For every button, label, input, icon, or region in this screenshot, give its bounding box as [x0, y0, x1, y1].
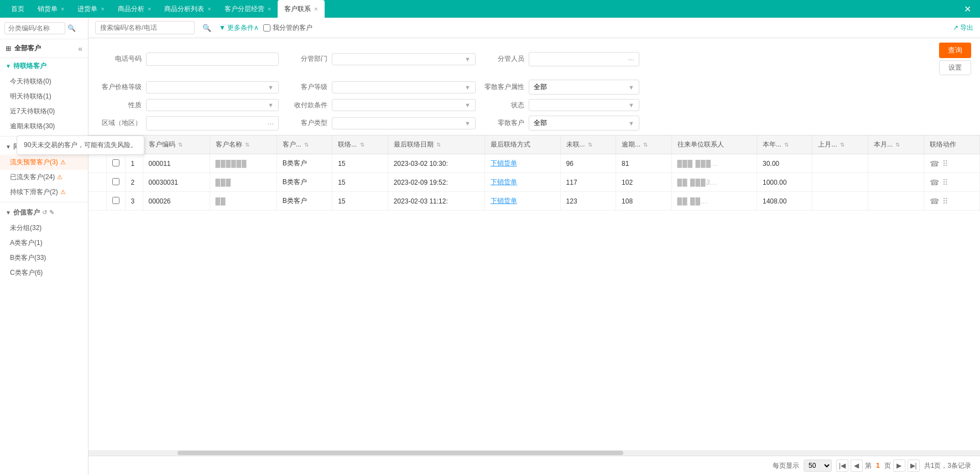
sidebar-item-ungrouped[interactable]: 未分组(32)	[0, 221, 88, 236]
sidebar-all-customers[interactable]: ⊞ 全部客户 «	[0, 39, 88, 58]
tab-sales-close[interactable]: ×	[61, 6, 64, 12]
col-this-year-sort[interactable]: ⇅	[784, 142, 789, 148]
tab-customer-contact-close[interactable]: ×	[314, 6, 317, 12]
nature-select[interactable]: ▼	[146, 99, 279, 111]
row-1-checkbox[interactable]	[112, 159, 119, 166]
sidebar-section-pending[interactable]: ▼ 待联络客户	[0, 58, 88, 74]
action-more-icon-2[interactable]: ⠿	[942, 178, 948, 187]
sidebar-search-input[interactable]	[4, 22, 65, 34]
edit-icon[interactable]: ✎	[49, 209, 54, 216]
toolbar-search-btn[interactable]: 🔍	[199, 23, 215, 33]
col-last-date-sort[interactable]: ⇅	[436, 142, 441, 148]
prev-page-btn[interactable]: ◀	[851, 460, 863, 472]
cell-last-method-2[interactable]: 下销货单	[484, 173, 560, 192]
col-this-year[interactable]: 本年... ⇅	[757, 135, 812, 154]
phone-input[interactable]	[146, 53, 279, 66]
tab-analysis-close[interactable]: ×	[148, 6, 151, 12]
last-method-link-2[interactable]: 下销货单	[491, 178, 517, 186]
col-unit-contact[interactable]: 往来单位联系人	[671, 135, 757, 154]
dept-select[interactable]: ▼	[332, 53, 476, 65]
cell-last-method-3[interactable]: 下销货单	[484, 192, 560, 211]
tab-analysis-list[interactable]: 商品分析列表 ×	[158, 0, 217, 18]
customer-grade-select[interactable]: ▼	[332, 81, 476, 93]
action-contact-icon-2[interactable]: ☎	[930, 178, 939, 187]
col-overdue-sort[interactable]: ⇅	[643, 142, 648, 148]
col-type[interactable]: 客户... ⇅	[277, 135, 332, 154]
tab-customer-tier[interactable]: 客户分层经营 ×	[218, 0, 278, 18]
col-type-sort[interactable]: ⇅	[304, 142, 309, 148]
cell-last-method-1[interactable]: 下销货单	[484, 154, 560, 173]
tab-purchase-close[interactable]: ×	[101, 6, 104, 12]
tab-customer-tier-close[interactable]: ×	[268, 6, 271, 12]
sidebar-item-churn-warning-label: 流失预警客户(3)	[10, 158, 58, 167]
collapse-icon[interactable]: «	[78, 44, 82, 53]
next-page-btn[interactable]: ▶	[893, 460, 905, 472]
per-page-select[interactable]: 50 20 100	[804, 460, 832, 472]
col-overdue[interactable]: 逾期... ⇅	[616, 135, 672, 154]
sidebar-item-b-class[interactable]: B类客户(33)	[0, 250, 88, 265]
sidebar-item-tomorrow[interactable]: 明天待联络(1)	[0, 89, 88, 104]
col-uncontacted[interactable]: 未联... ⇅	[560, 135, 616, 154]
row-3-checkbox[interactable]	[112, 197, 119, 204]
action-more-icon-3[interactable]: ⠿	[942, 197, 948, 206]
horizontal-scrollbar[interactable]	[88, 450, 980, 456]
tab-customer-contact[interactable]: 客户联系 ×	[278, 0, 324, 18]
col-last-contact-date[interactable]: 最后联络日期 ⇅	[388, 135, 484, 154]
col-name-sort[interactable]: ⇅	[245, 142, 249, 148]
zero-customer-select[interactable]: 全部 ▼	[529, 116, 639, 131]
sidebar-search-icon[interactable]: 🔍	[67, 24, 76, 32]
zero-attr-select[interactable]: 全部 ▼	[529, 80, 639, 95]
sidebar-section-value[interactable]: ▼ 价值客户 ↺ ✎	[0, 205, 88, 221]
col-this-month[interactable]: 本月... ⇅	[868, 135, 924, 154]
more-conditions-btn[interactable]: ▼ 更多条件 ∧	[219, 23, 259, 33]
export-btn[interactable]: ↗ 导出	[953, 23, 973, 33]
tab-analysis[interactable]: 商品分析 ×	[111, 0, 158, 18]
person-select[interactable]: ···	[529, 52, 639, 66]
last-method-link-3[interactable]: 下销货单	[491, 197, 517, 205]
status-select[interactable]: ▼	[529, 99, 639, 111]
tab-sales[interactable]: 销货单 ×	[31, 0, 71, 18]
person-dots[interactable]: ···	[628, 55, 634, 64]
last-method-link-1[interactable]: 下销货单	[491, 159, 517, 167]
window-close-btn[interactable]: ✕	[960, 4, 976, 14]
action-more-icon-1[interactable]: ⠿	[942, 159, 948, 168]
region-dots[interactable]: ···	[267, 119, 274, 128]
col-contact[interactable]: 联络... ⇅	[332, 135, 388, 154]
sidebar-item-a-class[interactable]: A类客户(1)	[0, 236, 88, 250]
tab-analysis-list-close[interactable]: ×	[207, 6, 211, 12]
col-code-sort[interactable]: ⇅	[178, 142, 183, 148]
sidebar-item-week[interactable]: 近7天待联络(0)	[0, 104, 88, 119]
price-grade-select[interactable]: ▼	[146, 81, 279, 93]
first-page-btn[interactable]: |◀	[836, 460, 848, 472]
sidebar-item-churn-warning[interactable]: 流失预警客户(3) ⚠	[0, 155, 88, 170]
scroll-thumb[interactable]	[178, 451, 623, 455]
col-code[interactable]: 客户编码 ⇅	[143, 135, 210, 154]
customer-type-select[interactable]: ▼	[332, 117, 476, 129]
row-2-checkbox[interactable]	[112, 178, 119, 185]
col-this-month-sort[interactable]: ⇅	[895, 142, 900, 148]
payment-select[interactable]: ▼	[332, 99, 476, 111]
current-page: 1	[874, 462, 882, 469]
col-last-month[interactable]: 上月... ⇅	[812, 135, 868, 154]
col-last-contact-method[interactable]: 最后联络方式	[484, 135, 560, 154]
col-contact-sort[interactable]: ⇅	[360, 142, 364, 148]
settings-btn[interactable]: 设置	[939, 60, 971, 75]
sidebar-item-churned[interactable]: 已流失客户(24) ⚠	[0, 170, 88, 185]
col-name[interactable]: 客户名称 ⇅	[210, 135, 277, 154]
toolbar-search-input[interactable]	[95, 21, 195, 34]
last-page-btn[interactable]: ▶|	[908, 460, 920, 472]
sidebar-item-declining[interactable]: 持续下滑客户(2) ⚠	[0, 185, 88, 200]
action-contact-icon-1[interactable]: ☎	[930, 159, 939, 168]
my-customers-checkbox[interactable]	[263, 24, 270, 32]
sidebar-item-c-class[interactable]: C类客户(6)	[0, 265, 88, 280]
refresh-icon[interactable]: ↺	[42, 209, 47, 216]
action-contact-icon-3[interactable]: ☎	[930, 197, 939, 206]
region-select[interactable]: ···	[146, 116, 279, 131]
tab-purchase[interactable]: 进货单 ×	[71, 0, 111, 18]
col-uncontacted-sort[interactable]: ⇅	[588, 142, 592, 148]
query-btn[interactable]: 查询	[939, 43, 971, 58]
col-last-month-sort[interactable]: ⇅	[840, 142, 845, 148]
sidebar-item-overdue[interactable]: 逾期未联络(30)	[0, 119, 88, 134]
sidebar-item-today[interactable]: 今天待联络(0)	[0, 74, 88, 89]
tab-home[interactable]: 首页	[4, 0, 31, 18]
